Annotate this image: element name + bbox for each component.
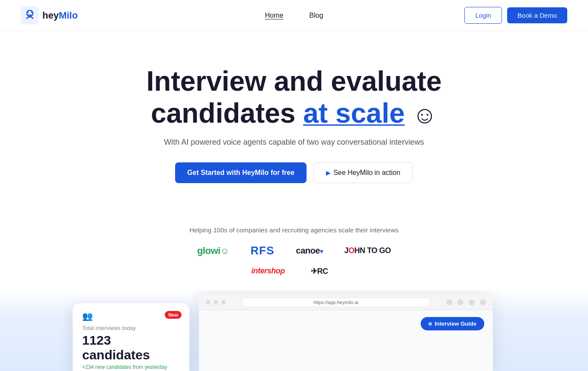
see-action-button[interactable]: ▶ See HeyMilo in action	[313, 162, 413, 183]
svg-text:✈RC: ✈RC	[311, 267, 328, 276]
logo-glowi: glowi☺	[197, 245, 229, 257]
stats-card-sub: +234 new candidates from yesterday	[82, 364, 180, 370]
logos-row-2: intershop ✈RC	[251, 264, 337, 277]
hero-title: Interview and evaluate candidates at sca…	[147, 66, 442, 129]
get-started-button[interactable]: Get Started with HeyMilo for free	[175, 162, 307, 183]
browser-mockup: https://app.heymilo.ai Interview Guide	[199, 295, 493, 371]
stats-card: 👥 Total interviews today 1123 candidates…	[73, 303, 189, 371]
browser-icon-3	[469, 299, 475, 305]
browser-icon-4	[480, 299, 486, 305]
browser-url-bar: https://app.heymilo.ai	[242, 298, 430, 307]
logos-row-1: glowi☺ RFS canoe▾ JOHN TO GO	[197, 244, 391, 257]
logo[interactable]: heyMilo	[21, 6, 78, 25]
logo-rc: ✈RC	[311, 264, 337, 277]
browser-dot-3	[221, 300, 226, 304]
see-action-label: See HeyMilo in action	[333, 169, 400, 177]
logo-canoe: canoe▾	[296, 246, 323, 256]
browser-icon-2	[457, 299, 463, 305]
nav-actions: Login Book a Demo	[464, 7, 567, 24]
screenshot-area: 👥 Total interviews today 1123 candidates…	[0, 290, 588, 371]
browser-dot-2	[214, 300, 218, 304]
nav-links: Home Blog	[265, 12, 323, 19]
stats-card-label: Total interviews today	[82, 325, 180, 331]
hero-section: Interview and evaluate candidates at sca…	[0, 31, 588, 226]
hero-subtitle: With AI powered voice agents capable of …	[164, 138, 424, 147]
logo-johntogo: JOHN TO GO	[344, 246, 391, 255]
logos-section: Helping 100s of companies and recruiting…	[0, 226, 588, 290]
interview-guide-pill[interactable]: Interview Guide	[421, 317, 484, 330]
logo-wordmark: heyMilo	[42, 10, 78, 21]
rc-logo-svg: ✈RC	[311, 264, 337, 277]
browser-icon-1	[446, 299, 452, 305]
svg-point-3	[31, 11, 33, 13]
logos-text: Helping 100s of companies and recruiting…	[189, 226, 399, 234]
svg-point-2	[27, 11, 29, 13]
navbar: heyMilo Home Blog Login Book a Demo	[0, 0, 588, 31]
nav-blog[interactable]: Blog	[309, 12, 323, 19]
stats-card-number: 1123 candidates	[82, 333, 180, 362]
browser-action-icons	[446, 299, 486, 305]
browser-dot-1	[206, 300, 210, 304]
hero-buttons: Get Started with HeyMilo for free ▶ See …	[175, 162, 413, 183]
stats-card-badge: New	[165, 311, 182, 319]
nav-home[interactable]: Home	[265, 12, 284, 19]
play-icon: ▶	[326, 169, 331, 176]
logo-icon	[21, 6, 39, 25]
login-button[interactable]: Login	[464, 7, 502, 24]
logo-intershop: intershop	[251, 266, 285, 276]
interview-guide-label: Interview Guide	[435, 320, 476, 327]
guide-dot	[428, 322, 432, 326]
book-demo-button[interactable]: Book a Demo	[507, 7, 567, 23]
logo-rfs: RFS	[251, 244, 275, 257]
browser-bar: https://app.heymilo.ai	[199, 295, 493, 310]
browser-content: Interview Guide	[199, 310, 493, 371]
hero-emoji: ☺	[412, 101, 437, 129]
hero-accent: at scale	[303, 98, 405, 129]
